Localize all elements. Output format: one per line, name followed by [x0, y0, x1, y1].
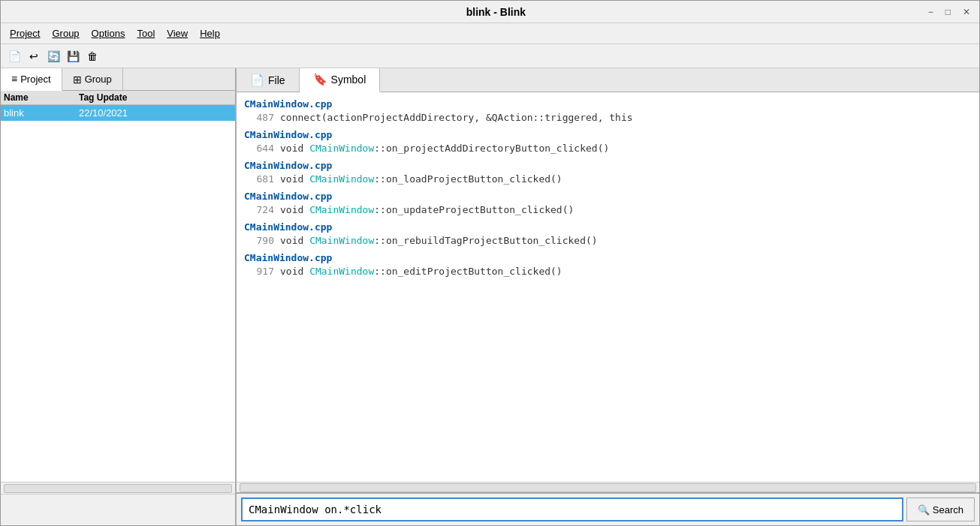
titlebar: blink - Blink − □ ✕	[1, 1, 979, 23]
left-hscroll-track[interactable]	[4, 484, 232, 493]
right-tab-icon-symbol: 🔖	[313, 73, 327, 86]
search-button-label: Search	[933, 504, 963, 515]
col-tagupdate-header: Tag Update	[79, 92, 232, 103]
right-panel: 📄File🔖Symbol CMainWindow.cpp487 connect(…	[237, 68, 979, 525]
result-group: CMainWindow.cpp681void CMainWindow::on_l…	[237, 157, 979, 186]
result-code: void CMainWindow::on_loadProjectButton_c…	[280, 173, 562, 185]
result-group: CMainWindow.cpp487 connect(actionProject…	[237, 95, 979, 125]
result-linenum: 681	[244, 173, 274, 185]
result-code: void CMainWindow::on_projectAddDirectory…	[280, 143, 609, 154]
search-button[interactable]: 🔍 Search	[906, 497, 975, 521]
code-part-plain: void	[280, 235, 309, 246]
project-tag-update: 22/10/2021	[79, 107, 232, 119]
code-part-plain: ::on_updateProjectButton_clicked()	[374, 204, 574, 215]
code-part-classname: CMainWindow	[309, 235, 374, 246]
undo-button[interactable]: ↩	[25, 47, 43, 65]
project-list-header: Name Tag Update	[1, 91, 235, 105]
code-part-plain: void	[280, 266, 309, 277]
close-button[interactable]: ✕	[960, 7, 973, 17]
new-button[interactable]: 📄	[5, 47, 23, 65]
result-filename[interactable]: CMainWindow.cpp	[237, 126, 979, 141]
project-row[interactable]: blink22/10/2021	[1, 105, 235, 121]
minimize-button[interactable]: −	[925, 7, 936, 17]
result-linenum: 790	[244, 235, 274, 246]
right-tab-label-symbol: Symbol	[331, 74, 366, 86]
result-line: 487 connect(actionProjectAddDirectory, &…	[237, 110, 979, 125]
result-group: CMainWindow.cpp917void CMainWindow::on_e…	[237, 249, 979, 278]
save-button[interactable]: 💾	[64, 47, 82, 65]
left-tab-label-group: Group	[85, 74, 112, 85]
menubar: ProjectGroupOptionsToolViewHelp	[1, 23, 979, 44]
menu-item-help[interactable]: Help	[194, 26, 226, 41]
results-hscroll-track[interactable]	[240, 483, 976, 492]
result-linenum: 644	[244, 143, 274, 154]
code-part-plain: ::on_projectAddDirectoryButton_clicked()	[374, 143, 609, 154]
result-group: CMainWindow.cpp790void CMainWindow::on_r…	[237, 218, 979, 248]
search-input[interactable]	[241, 497, 903, 521]
delete-button[interactable]: 🗑	[83, 47, 101, 65]
toolbar: 📄↩🔄💾🗑	[1, 44, 979, 68]
left-panel: ≡Project⊞Group Name Tag Update blink22/1…	[1, 68, 237, 525]
code-part-plain: ::on_rebuildTagProjectButton_clicked()	[374, 235, 597, 246]
code-part-plain: connect(actionProjectAddDirectory, &QAct…	[280, 112, 633, 123]
search-bar: 🔍 Search	[237, 492, 979, 525]
menu-item-group[interactable]: Group	[46, 26, 85, 41]
refresh-button[interactable]: 🔄	[44, 47, 62, 65]
result-linenum: 917	[244, 266, 274, 277]
left-tabs: ≡Project⊞Group	[1, 68, 235, 91]
left-tab-icon-project: ≡	[11, 73, 17, 85]
code-part-plain: void	[280, 143, 309, 154]
code-part-plain: void	[280, 204, 309, 215]
code-part-plain: ::on_loadProjectButton_clicked()	[374, 173, 562, 185]
result-line: 681void CMainWindow::on_loadProjectButto…	[237, 172, 979, 186]
menu-item-view[interactable]: View	[161, 26, 194, 41]
left-tab-project[interactable]: ≡Project	[1, 68, 62, 91]
left-tab-group[interactable]: ⊞Group	[62, 68, 123, 90]
right-tab-symbol[interactable]: 🔖Symbol	[300, 68, 381, 92]
left-bottom-area	[1, 494, 235, 525]
code-part-classname: CMainWindow	[309, 143, 374, 154]
maximize-button[interactable]: □	[942, 7, 954, 17]
main-area: ≡Project⊞Group Name Tag Update blink22/1…	[1, 68, 979, 525]
window-controls: − □ ✕	[925, 7, 973, 17]
right-tab-file[interactable]: 📄File	[237, 68, 300, 92]
code-part-classname: CMainWindow	[309, 173, 374, 185]
result-line: 724void CMainWindow::on_updateProjectBut…	[237, 203, 979, 217]
menu-item-options[interactable]: Options	[86, 26, 131, 41]
code-part-plain: ::on_editProjectButton_clicked()	[374, 266, 562, 277]
code-part-classname: CMainWindow	[309, 266, 374, 277]
left-horizontal-scrollbar[interactable]	[1, 482, 235, 494]
results-container: CMainWindow.cpp487 connect(actionProject…	[237, 95, 979, 278]
result-code: connect(actionProjectAddDirectory, &QAct…	[280, 112, 633, 123]
result-code: void CMainWindow::on_rebuildTagProjectBu…	[280, 235, 598, 246]
code-part-plain: void	[280, 173, 309, 185]
search-icon: 🔍	[918, 504, 930, 515]
project-name: blink	[4, 107, 79, 119]
window-title: blink - Blink	[67, 6, 925, 18]
project-list: blink22/10/2021	[1, 105, 235, 482]
result-code: void CMainWindow::on_updateProjectButton…	[280, 204, 574, 215]
result-line: 917void CMainWindow::on_editProjectButto…	[237, 264, 979, 278]
result-filename[interactable]: CMainWindow.cpp	[237, 95, 979, 110]
result-filename[interactable]: CMainWindow.cpp	[237, 188, 979, 203]
right-tabs: 📄File🔖Symbol	[237, 68, 979, 92]
results-area[interactable]: CMainWindow.cpp487 connect(actionProject…	[237, 92, 979, 482]
results-horizontal-scrollbar[interactable]	[237, 482, 979, 492]
result-line: 790void CMainWindow::on_rebuildTagProjec…	[237, 233, 979, 248]
left-tab-icon-group: ⊞	[73, 74, 82, 86]
right-tab-label-file: File	[268, 74, 285, 86]
code-part-classname: CMainWindow	[309, 204, 374, 215]
result-filename[interactable]: CMainWindow.cpp	[237, 218, 979, 233]
menu-item-project[interactable]: Project	[4, 26, 46, 41]
result-group: CMainWindow.cpp644void CMainWindow::on_p…	[237, 126, 979, 155]
result-linenum: 724	[244, 204, 274, 215]
result-line: 644void CMainWindow::on_projectAddDirect…	[237, 141, 979, 155]
right-tab-icon-file: 📄	[250, 74, 264, 87]
left-tab-label-project: Project	[20, 74, 50, 85]
col-name-header: Name	[4, 92, 79, 103]
result-filename[interactable]: CMainWindow.cpp	[237, 249, 979, 264]
result-code: void CMainWindow::on_editProjectButton_c…	[280, 266, 562, 277]
result-linenum: 487	[244, 112, 274, 123]
menu-item-tool[interactable]: Tool	[131, 26, 161, 41]
result-filename[interactable]: CMainWindow.cpp	[237, 157, 979, 172]
